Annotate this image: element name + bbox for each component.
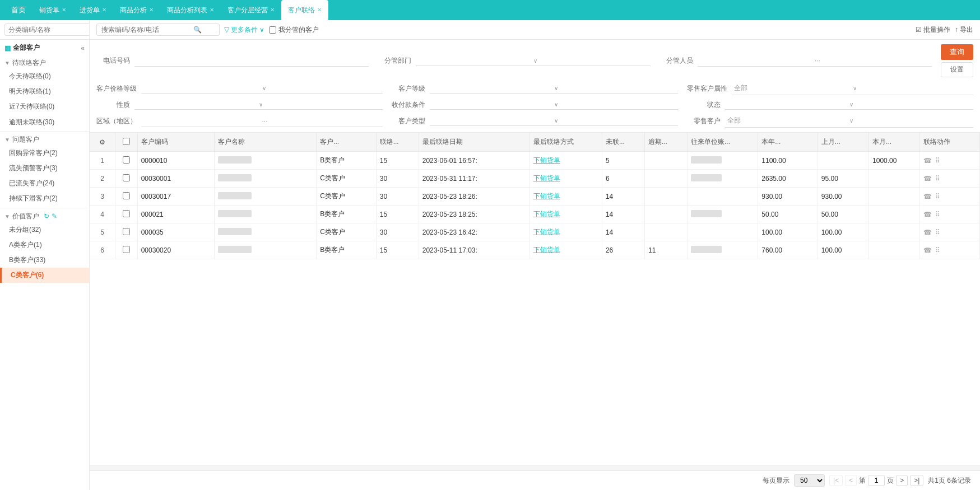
nav-purchase-order[interactable]: 进货单 ✕ bbox=[73, 0, 113, 20]
sidebar-item-churned[interactable]: 已流失客户(24) bbox=[0, 176, 89, 191]
horizontal-scrollbar[interactable] bbox=[90, 465, 980, 470]
chevron-down-icon: ∨ bbox=[554, 101, 676, 108]
row-checkbox[interactable] bbox=[115, 206, 138, 223]
col-header-settings[interactable]: ⚙ bbox=[90, 133, 115, 152]
dotdot-icon[interactable]: ··· bbox=[812, 57, 930, 64]
retail-select[interactable]: 全部 ∨ bbox=[725, 114, 973, 128]
first-page-btn[interactable]: |< bbox=[829, 475, 843, 486]
col-header-unlinked: 未联... bbox=[602, 133, 644, 152]
manager-select[interactable]: ··· bbox=[698, 55, 932, 67]
page-input[interactable] bbox=[868, 475, 885, 486]
next-page-btn[interactable]: > bbox=[896, 475, 908, 486]
nav-home[interactable]: 首页 bbox=[4, 0, 32, 20]
my-customers-checkbox-label[interactable]: 我分管的客户 bbox=[269, 25, 319, 35]
retail-attr-select[interactable]: 全部 ∨ bbox=[732, 82, 973, 95]
cust-type-select[interactable]: ∨ bbox=[430, 116, 678, 126]
row-checkbox[interactable] bbox=[115, 241, 138, 259]
grid-action-icon[interactable]: ⠿ bbox=[935, 175, 940, 183]
row-thismon: 1000.00 bbox=[869, 152, 920, 170]
filter-gender: 性质 ∨ bbox=[96, 100, 383, 110]
close-icon[interactable]: ✕ bbox=[317, 0, 322, 20]
prev-page-btn[interactable]: < bbox=[845, 475, 857, 486]
phone-icon[interactable]: ☎ bbox=[923, 175, 932, 183]
select-all-checkbox[interactable] bbox=[123, 138, 130, 145]
sidebar-item-7days-wait[interactable]: 近7天待联络(0) bbox=[0, 99, 89, 114]
cust-grade-select[interactable]: ∨ bbox=[430, 83, 678, 94]
row-thisyear: 2635.00 bbox=[758, 170, 818, 188]
dotdot-icon[interactable]: ··· bbox=[260, 117, 381, 125]
row-checkbox[interactable] bbox=[115, 152, 138, 170]
per-page-select[interactable]: 50 100 bbox=[794, 474, 825, 487]
row-type: C类客户 bbox=[317, 170, 377, 188]
area-select[interactable]: ··· bbox=[141, 115, 383, 127]
close-icon[interactable]: ✕ bbox=[210, 0, 214, 20]
payment-select[interactable]: ∨ bbox=[430, 100, 678, 110]
settings-icon[interactable]: ⚙ bbox=[99, 138, 105, 146]
arrow-down-icon: ▼ bbox=[4, 60, 10, 66]
phone-icon[interactable]: ☎ bbox=[923, 157, 932, 165]
sidebar-item-class-c[interactable]: C类客户(6) bbox=[0, 268, 89, 283]
export-btn[interactable]: ↑ 导出 bbox=[955, 25, 973, 35]
phone-input[interactable] bbox=[134, 55, 369, 67]
row-num: 1 bbox=[90, 152, 115, 170]
row-type: C类客户 bbox=[317, 223, 377, 241]
sidebar-item-today-wait[interactable]: 今天待联络(0) bbox=[0, 69, 89, 84]
export-icon: ↑ bbox=[955, 26, 958, 34]
sidebar-item-class-b[interactable]: B类客户(33) bbox=[0, 253, 89, 268]
set-button[interactable]: 设置 bbox=[941, 62, 973, 77]
sidebar-item-overdue-wait[interactable]: 逾期未联络(30) bbox=[0, 115, 89, 130]
grid-action-icon[interactable]: ⠿ bbox=[935, 193, 940, 200]
row-checkbox[interactable] bbox=[115, 223, 138, 241]
filter-row-4: 区域（地区） ··· 客户类型 ∨ 零售客户 全部 bbox=[96, 114, 973, 128]
phone-icon[interactable]: ☎ bbox=[923, 193, 932, 200]
close-icon[interactable]: ✕ bbox=[149, 0, 154, 20]
query-button[interactable]: 查询 bbox=[941, 44, 973, 60]
sidebar-item-ungrouped[interactable]: 未分组(32) bbox=[0, 222, 89, 237]
status-select[interactable]: ∨ bbox=[725, 100, 973, 110]
search-icon[interactable]: 🔍 bbox=[193, 26, 202, 34]
row-thisyear: 760.00 bbox=[758, 241, 818, 259]
nav-customer-stratification[interactable]: 客户分层经营 ✕ bbox=[221, 0, 281, 20]
edit-icon[interactable]: ✎ bbox=[52, 212, 57, 220]
nav-product-analysis[interactable]: 商品分析 ✕ bbox=[113, 0, 160, 20]
gender-select[interactable]: ∨ bbox=[134, 100, 383, 110]
sidebar-item-churn-warning[interactable]: 流失预警客户(3) bbox=[0, 161, 89, 176]
close-icon[interactable]: ✕ bbox=[102, 0, 106, 20]
last-page-btn[interactable]: >| bbox=[910, 475, 923, 486]
row-checkbox[interactable] bbox=[115, 170, 138, 188]
grid-action-icon[interactable]: ⠿ bbox=[935, 211, 940, 218]
grid-action-icon[interactable]: ⠿ bbox=[935, 246, 940, 254]
sidebar-item-class-a[interactable]: A类客户(1) bbox=[0, 237, 89, 253]
row-name bbox=[214, 241, 317, 259]
close-icon[interactable]: ✕ bbox=[62, 0, 66, 20]
close-icon[interactable]: ✕ bbox=[270, 0, 275, 20]
phone-icon[interactable]: ☎ bbox=[923, 228, 932, 236]
row-checkbox[interactable] bbox=[115, 188, 138, 206]
row-code: 000021 bbox=[137, 206, 214, 223]
sidebar-item-declining[interactable]: 持续下滑客户(2) bbox=[0, 191, 89, 206]
grid-action-icon[interactable]: ⠿ bbox=[935, 228, 940, 236]
sidebar-all-customers[interactable]: ▦ 全部客户 « bbox=[0, 40, 89, 56]
refresh-icon[interactable]: ↻ bbox=[44, 212, 49, 220]
grid-action-icon[interactable]: ⠿ bbox=[935, 157, 940, 165]
more-conditions-btn[interactable]: ▽ 更多条件 ∨ bbox=[224, 25, 264, 35]
row-type: B类客户 bbox=[317, 206, 377, 223]
sidebar-item-repurchase-anomaly[interactable]: 回购异常客户(2) bbox=[0, 146, 89, 161]
sidebar-item-tomorrow-wait[interactable]: 明天待联络(1) bbox=[0, 84, 89, 99]
nav-product-analysis-list[interactable]: 商品分析列表 ✕ bbox=[160, 0, 221, 20]
search-input[interactable] bbox=[101, 26, 191, 34]
table-row: 2 00030001 C类客户 30 2023-05-31 11:17: 下销货… bbox=[90, 170, 980, 188]
sidebar-search-input[interactable] bbox=[4, 24, 90, 36]
my-customers-checkbox[interactable] bbox=[269, 26, 276, 34]
arrow-down-icon: ▼ bbox=[4, 137, 10, 143]
price-grade-select[interactable]: ∨ bbox=[141, 83, 383, 94]
row-num: 5 bbox=[90, 223, 115, 241]
phone-icon[interactable]: ☎ bbox=[923, 211, 932, 218]
phone-icon[interactable]: ☎ bbox=[923, 246, 932, 254]
row-contact: 15 bbox=[376, 152, 419, 170]
dept-select[interactable]: ∨ bbox=[416, 56, 650, 66]
nav-sales-order[interactable]: 销货单 ✕ bbox=[32, 0, 73, 20]
collapse-icon[interactable]: « bbox=[81, 44, 85, 52]
nav-customer-contact[interactable]: 客户联络 ✕ bbox=[281, 0, 328, 20]
batch-op-btn[interactable]: ☑ 批量操作 bbox=[916, 25, 950, 35]
